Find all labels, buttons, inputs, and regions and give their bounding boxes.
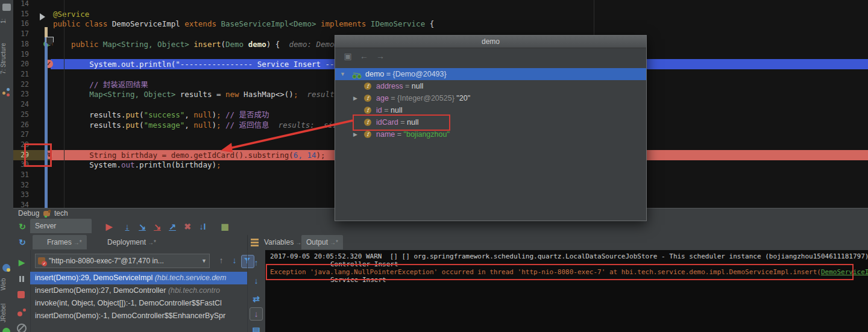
- tool-stripe-jrebel[interactable]: JRebel: [0, 299, 13, 327]
- thread-selector[interactable]: ✓ "http-nio-8080-exec-7"@17,470 in... ▼: [35, 254, 210, 268]
- expander-icon[interactable]: ▼: [340, 68, 345, 80]
- tab-output[interactable]: Output→*: [301, 235, 343, 249]
- variable-value: null: [412, 82, 423, 90]
- line-number: 22: [14, 80, 29, 89]
- copy-value-icon[interactable]: ▣: [341, 49, 354, 63]
- web-icon: [2, 264, 10, 272]
- scroll-to-end-icon[interactable]: ↓: [250, 307, 263, 321]
- gutter-separator: [64, 0, 64, 208]
- print-icon[interactable]: ▤: [250, 324, 263, 332]
- line-number: 15: [14, 10, 29, 18]
- left-tool-window-stripe: 1: 7: Structure Web JRebel: [0, 0, 14, 332]
- variable-row-address[interactable]: faddress = null: [335, 80, 646, 92]
- console-line: 2017-09-05 20:05:52.320 WARN [] [] org.s…: [270, 252, 868, 260]
- variable-value: {Demo@20493}: [393, 70, 447, 78]
- step-into-icon[interactable]: ↘: [136, 220, 149, 233]
- up-stack-trace-icon[interactable]: ↑: [250, 256, 263, 269]
- console-line: Exception 'java.lang.NullPointerExceptio…: [270, 268, 868, 276]
- frame-row[interactable]: insertDemo(Demo):-1, DemoController$$Enh…: [30, 310, 247, 322]
- drop-frame-icon[interactable]: ✖: [181, 220, 194, 233]
- variable-name: idCard: [376, 118, 398, 127]
- console-line: Service Insert: [330, 276, 386, 284]
- line-number: 16: [14, 19, 29, 28]
- line-number: 25: [14, 110, 29, 119]
- popup-variables-tree: ▼demo = {Demo@20493}faddress = null▶fage…: [335, 66, 646, 221]
- variable-row-id[interactable]: fid = null: [335, 104, 646, 116]
- evaluate-expression-icon[interactable]: ▦: [218, 220, 231, 233]
- vcs-change-marker-beige: [45, 27, 48, 37]
- divider: [247, 235, 248, 250]
- vcs-change-marker-blue: [45, 37, 48, 208]
- popup-toolbar: ▣←→: [335, 48, 646, 64]
- tool-stripe-project[interactable]: 1:: [0, 12, 13, 30]
- frame-row[interactable]: insertDemo(Demo):27, DemoController (hbi…: [30, 284, 247, 297]
- variable-value: "bojiangzhou": [404, 130, 450, 139]
- expander-icon[interactable]: ▶: [353, 92, 357, 104]
- run-config-name: tech: [54, 209, 68, 218]
- expander-icon[interactable]: ▶: [353, 128, 357, 140]
- console-output[interactable]: 2017-09-05 20:05:52.320 WARN [] [] org.s…: [265, 250, 868, 332]
- mute-breakpoints-icon[interactable]: [17, 324, 27, 332]
- line-number: 14: [14, 0, 29, 8]
- forward-arrow-icon[interactable]: →: [374, 49, 387, 63]
- run-config-icon: [43, 210, 51, 218]
- variable-value: "20": [456, 94, 470, 102]
- variable-name: address: [376, 82, 403, 90]
- resume-icon[interactable]: ▶: [16, 257, 27, 268]
- gutter-line-14[interactable]: 14: [13, 0, 51, 9]
- stop-icon[interactable]: [17, 291, 25, 298]
- variable-name: age: [376, 94, 389, 102]
- tab-frames[interactable]: Frames→*: [33, 235, 87, 249]
- next-occurrence-icon[interactable]: ↓: [228, 254, 241, 267]
- console-toolbar: ↑↓⇄↓▤: [247, 250, 266, 332]
- chevron-down-icon: ▼: [201, 254, 207, 268]
- variable-row-name[interactable]: ▶fname = "bojiangzhou": [335, 128, 646, 140]
- line-number: 18: [14, 40, 29, 48]
- frame-row[interactable]: invoke(int, Object, Object[]):-1, DemoCo…: [30, 297, 247, 310]
- watch-icon: [352, 70, 362, 78]
- field-icon: f: [364, 83, 371, 90]
- variable-row-idCard[interactable]: fidCard = null: [335, 116, 646, 128]
- run-to-cursor-icon[interactable]: ↓I: [196, 220, 209, 233]
- field-icon: f: [364, 119, 371, 126]
- variable-value: {Integer@20525}: [397, 94, 456, 102]
- soft-wrap-icon[interactable]: ⇄: [250, 292, 263, 305]
- line-number: 32: [14, 181, 29, 189]
- step-out-icon[interactable]: ↗: [166, 220, 179, 233]
- line-number: 28: [14, 140, 29, 149]
- frame-row[interactable]: insert(Demo):29, DemoServiceImpl (hbi.te…: [30, 272, 247, 284]
- line-number: 26: [14, 121, 29, 129]
- variable-name: name: [376, 130, 395, 139]
- down-stack-trace-icon[interactable]: ↓: [250, 274, 263, 287]
- prev-occurrence-icon[interactable]: ↑: [215, 254, 228, 267]
- view-breakpoints-icon[interactable]: [16, 309, 27, 319]
- thread-selector-text: "http-nio-8080-exec-7"@17,470 in...: [49, 254, 196, 268]
- pause-icon[interactable]: [16, 274, 27, 285]
- line-number: 34: [14, 201, 29, 208]
- line-number: 29: [14, 151, 29, 159]
- stacktrace-link[interactable]: DemoServiceImpl.java:29: [821, 268, 868, 276]
- variable-row-demo[interactable]: ▼demo = {Demo@20493}: [335, 68, 646, 80]
- jrebel-icon: [2, 328, 10, 332]
- rerun-icon[interactable]: ↻: [16, 220, 29, 233]
- variables-popup[interactable]: demo ▣←→ ▼demo = {Demo@20493}faddress = …: [335, 35, 647, 221]
- line-number: 30: [14, 160, 29, 169]
- force-step-into-icon[interactable]: ↘: [151, 220, 164, 233]
- tab-server[interactable]: Server: [30, 219, 92, 233]
- popup-title[interactable]: demo: [335, 36, 646, 48]
- project-icon[interactable]: [2, 4, 11, 11]
- refresh-icon[interactable]: ↻: [16, 236, 29, 249]
- frames-panel: ✓ "http-nio-8080-exec-7"@17,470 in... ▼ …: [30, 250, 247, 332]
- tool-stripe-web[interactable]: Web: [0, 272, 13, 296]
- line-number: 17: [14, 30, 29, 38]
- tool-stripe-structure[interactable]: 7: Structure: [0, 31, 13, 86]
- step-over-icon[interactable]: ↓: [121, 220, 134, 233]
- line-number: 23: [14, 90, 29, 98]
- code-line-16: public class DemoServiceImpl extends Bas…: [51, 19, 868, 29]
- back-arrow-icon[interactable]: ←: [357, 49, 371, 63]
- variable-row-age[interactable]: ▶fage = {Integer@20525} "20": [335, 92, 646, 104]
- line-number: 20: [14, 60, 29, 68]
- variable-value: null: [407, 118, 418, 127]
- show-execution-point-icon[interactable]: ▶: [102, 220, 116, 233]
- tab-deployment[interactable]: Deployment→*: [102, 235, 161, 249]
